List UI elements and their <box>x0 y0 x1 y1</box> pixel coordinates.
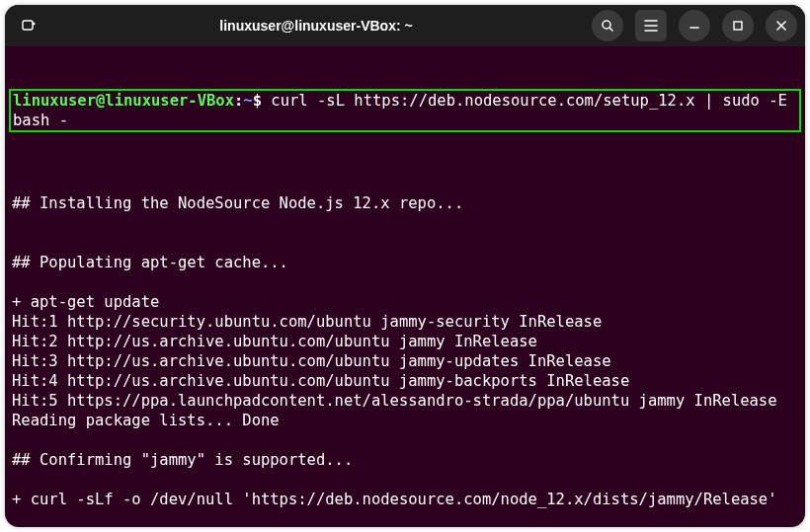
maximize-icon <box>732 20 744 32</box>
titlebar: linuxuser@linuxuser-VBox: ~ <box>5 5 805 46</box>
search-icon <box>601 19 614 33</box>
terminal-output: ## Installing the NodeSource Node.js 12.… <box>8 174 802 509</box>
search-button[interactable] <box>592 10 623 41</box>
menu-button[interactable] <box>635 10 667 41</box>
prompt-path: ~ <box>243 92 252 110</box>
terminal-body[interactable]: linuxuser@linuxuser-VBox:~$ curl -sL htt… <box>5 46 805 527</box>
prompt-user-host: linuxuser@linuxuser-VBox <box>13 92 234 110</box>
window-title: linuxuser@linuxuser-VBox: ~ <box>52 18 580 34</box>
svg-rect-2 <box>734 22 742 30</box>
svg-rect-0 <box>23 21 33 30</box>
maximize-button[interactable] <box>722 10 754 41</box>
command-highlight: linuxuser@linuxuser-VBox:~$ curl -sL htt… <box>9 89 801 132</box>
close-icon <box>775 20 787 32</box>
hamburger-icon <box>644 20 658 32</box>
new-tab-icon <box>21 18 37 34</box>
minimize-icon <box>688 20 700 32</box>
prompt-separator: : <box>234 92 243 110</box>
new-tab-button[interactable] <box>13 12 44 39</box>
terminal-window: linuxuser@linuxuser-VBox: ~ <box>5 5 805 527</box>
close-button[interactable] <box>766 10 797 41</box>
minimize-button[interactable] <box>679 10 710 41</box>
prompt-symbol: $ <box>253 92 262 110</box>
